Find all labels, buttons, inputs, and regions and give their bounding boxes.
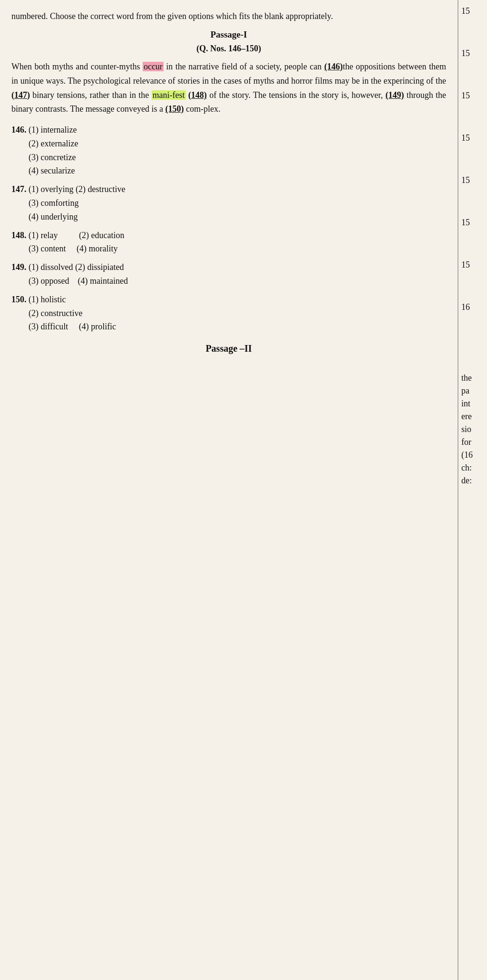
intro-text: numbered. Choose the correct word from t… bbox=[11, 10, 446, 23]
passage1-subtitle: (Q. Nos. 146–150) bbox=[11, 42, 446, 55]
blank-146: (146) bbox=[324, 62, 343, 71]
q150-opt2: (2) constructive bbox=[29, 307, 446, 320]
side-partial-3: int bbox=[461, 397, 473, 410]
side-num-8: 16 bbox=[461, 301, 470, 314]
body-part-6: binary tensions, rather than in the bbox=[30, 90, 152, 100]
side-partial-7: (16 bbox=[461, 449, 473, 461]
side-partial-4: ere bbox=[461, 410, 473, 423]
passage1-title: Passage-I bbox=[11, 28, 446, 42]
question-146: 146. (1) internalize (2) externalize (3)… bbox=[11, 123, 446, 178]
q146-opt3: (3) concretize bbox=[29, 151, 446, 164]
body-part-0: When both myths and counter-myths bbox=[11, 62, 143, 71]
highlighted-word-occur: occur bbox=[143, 62, 164, 71]
q146-number: 146. bbox=[11, 125, 27, 135]
side-partial-9: de: bbox=[461, 474, 473, 487]
side-column: 15 15 15 15 15 15 15 16 the pa int ere s… bbox=[458, 0, 487, 980]
body-part-10: of the story. The tensions in the story … bbox=[207, 90, 386, 100]
q150-opt3: (3) difficult (4) prolific bbox=[29, 320, 446, 334]
side-partial-8: ch: bbox=[461, 461, 473, 474]
q148-opt1-num: (1) relay bbox=[29, 231, 60, 240]
q150-number: 150. bbox=[11, 295, 27, 304]
passage2-title: Passage –II bbox=[11, 341, 446, 355]
side-num-6: 15 bbox=[461, 216, 470, 229]
blank-147: (147) bbox=[11, 90, 30, 100]
side-partial-texts: the pa int ere sio for (16 ch: de: bbox=[461, 372, 473, 487]
blank-150: (150) bbox=[166, 104, 184, 114]
side-partial-5: sio bbox=[461, 423, 473, 436]
q146-opt1-text: internalize bbox=[41, 125, 77, 135]
blank-148: (148) bbox=[188, 90, 207, 100]
side-num-5: 15 bbox=[461, 174, 470, 187]
q149-options: (3) opposed (4) maintained bbox=[29, 274, 446, 288]
question-149: 149. (1) dissolved (2) dissipiated (3) o… bbox=[11, 260, 446, 288]
side-num-2: 15 bbox=[461, 47, 470, 60]
q149-number: 149. bbox=[11, 262, 27, 272]
q147-opt4: (4) underlying bbox=[29, 210, 446, 224]
q149-opt1-num: (1) dissolved bbox=[29, 262, 75, 272]
q150-options: (2) constructive (3) difficult (4) proli… bbox=[29, 307, 446, 334]
side-partial-1: the bbox=[461, 372, 473, 384]
q146-opt2: (2) externalize bbox=[29, 137, 446, 151]
highlighted-word-manifest: mani-fest bbox=[152, 90, 186, 100]
side-num-3: 15 bbox=[461, 89, 470, 102]
q148-options: (3) content (4) morality bbox=[29, 242, 446, 256]
q148-opt2-inline: (2) education bbox=[79, 231, 124, 240]
passage1-body: When both myths and counter-myths occur … bbox=[11, 60, 446, 116]
side-partial-2: pa bbox=[461, 384, 473, 397]
questions-section: 146. (1) internalize (2) externalize (3)… bbox=[11, 123, 446, 334]
q146-opt1-num: (1) bbox=[29, 125, 41, 135]
side-partial-6: for bbox=[461, 436, 473, 449]
q150-opt1-num: (1) holistic bbox=[29, 295, 66, 304]
page-container: numbered. Choose the correct word from t… bbox=[0, 0, 487, 980]
q148-opt3: (3) content (4) morality bbox=[29, 242, 446, 256]
q147-opt2-inline: (2) destructive bbox=[76, 184, 125, 194]
q147-opt3: (3) comforting bbox=[29, 196, 446, 210]
q146-opt4: (4) secularize bbox=[29, 164, 446, 178]
side-num-7: 15 bbox=[461, 259, 470, 271]
body-part-2: in the narrative field of a society, peo… bbox=[164, 62, 324, 71]
q148-number: 148. bbox=[11, 231, 27, 240]
q149-opt3: (3) opposed (4) maintained bbox=[29, 274, 446, 288]
q147-options: (3) comforting (4) underlying bbox=[29, 196, 446, 224]
side-num-4: 15 bbox=[461, 132, 470, 144]
question-148: 148. (1) relay (2) education (3) content… bbox=[11, 229, 446, 256]
main-content: numbered. Choose the correct word from t… bbox=[0, 0, 458, 980]
question-147: 147. (1) overlying (2) destructive (3) c… bbox=[11, 183, 446, 223]
question-150: 150. (1) holistic (2) constructive (3) d… bbox=[11, 293, 446, 334]
side-num-1: 15 bbox=[461, 5, 470, 18]
q147-number: 147. bbox=[11, 184, 27, 194]
q149-opt2-inline: (2) dissipiated bbox=[75, 262, 124, 272]
body-part-14: com-plex. bbox=[184, 104, 221, 114]
q147-opt1-num: (1) overlying bbox=[29, 184, 76, 194]
blank-149: (149) bbox=[385, 90, 404, 100]
q146-options: (2) externalize (3) concretize (4) secul… bbox=[29, 137, 446, 178]
